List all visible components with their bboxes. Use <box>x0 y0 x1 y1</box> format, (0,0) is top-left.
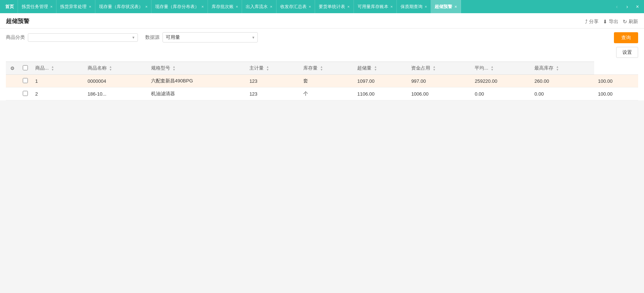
header-actions: ⤴ 分享 ⬇ 导出 ↻ 刷新 <box>585 18 638 25</box>
col-spec[interactable]: 规格型号 ▲▼ <box>147 62 246 75</box>
nav-arrows: ‹ › × <box>612 0 643 13</box>
table-header-row: ⚙ 商品... ▲▼ 商品名称 ▲▼ 规格型号 ▲▼ <box>6 62 638 75</box>
export-button[interactable]: ⬇ 导出 <box>603 18 618 25</box>
refresh-label: 刷新 <box>629 18 638 25</box>
nav-tab-available-ledger[interactable]: 可用量库存账本 × <box>354 0 397 13</box>
nav-tab-order-stats[interactable]: 要货单统计表 × <box>315 0 354 13</box>
col-capital[interactable]: 资金占用 ▲▼ <box>407 62 471 75</box>
col-unit[interactable]: 主计量 ▲▼ <box>246 62 300 75</box>
cell-product-code-1: 186-10... <box>84 88 147 100</box>
data-source-select-text: 可用量 <box>166 34 180 41</box>
data-source-select[interactable]: 可用量 ▾ <box>162 32 258 42</box>
filter-action-buttons: 查询 设置 <box>614 32 638 58</box>
nav-tab-exception-close[interactable]: × <box>89 4 91 9</box>
nav-tab-batch-account-close[interactable]: × <box>236 4 238 9</box>
nav-tab-overstock-alert[interactable]: 超储预警 × <box>431 0 461 13</box>
select-all-checkbox[interactable] <box>23 65 28 70</box>
sort-icon-avg: ▲▼ <box>491 66 494 71</box>
sort-icon-product-name: ▲▼ <box>109 66 112 71</box>
nav-tab-inventory-dist-close[interactable]: × <box>201 4 204 9</box>
col-product-code[interactable]: 商品... ▲▼ <box>32 62 84 75</box>
nav-tab-home[interactable]: 首页 <box>1 0 18 13</box>
page-content: 超储预警 ⤴ 分享 ⬇ 导出 ↻ 刷新 商品分类 ▾ <box>0 13 644 100</box>
nav-tab-receive-summary[interactable]: 收发存汇总表 × <box>277 0 315 13</box>
cell-avg-0: 260.00 <box>531 75 594 88</box>
cell-capital-1: 0.00 <box>471 88 531 100</box>
product-category-select[interactable]: ▾ <box>28 33 138 42</box>
gear-icon[interactable]: ⚙ <box>10 66 15 71</box>
nav-tab-shelf-life-close[interactable]: × <box>425 4 427 9</box>
nav-tab-inout-flow-close[interactable]: × <box>270 4 272 9</box>
col-inventory-label: 库存量 <box>303 65 318 71</box>
nav-tab-available-ledger-close[interactable]: × <box>391 4 393 9</box>
product-category-label: 商品分类 <box>6 34 25 41</box>
cell-product-code-0: 0000004 <box>84 75 147 88</box>
cell-spec-0: 123 <box>246 75 300 88</box>
nav-tab-overstock-alert-close[interactable]: × <box>454 4 457 9</box>
cell-max-inventory-0: 100.00 <box>594 75 638 88</box>
product-category-chevron-icon: ▾ <box>132 35 135 40</box>
sort-icon-overstock: ▲▼ <box>374 66 377 71</box>
nav-tab-shelf-life[interactable]: 保质期查询 × <box>397 0 431 13</box>
nav-tab-inout-flow-label: 出入库流水 <box>246 4 268 10</box>
col-inventory[interactable]: 库存量 ▲▼ <box>300 62 354 75</box>
nav-tab-inventory-status-close[interactable]: × <box>145 4 147 9</box>
cell-unit-0: 套 <box>300 75 354 88</box>
sort-icon-capital: ▲▼ <box>433 66 436 71</box>
nav-tab-batch-account[interactable]: 库存批次账 × <box>208 0 242 13</box>
sort-icon-product-code: ▲▼ <box>51 66 54 71</box>
row-checkbox-0[interactable] <box>19 75 32 88</box>
product-category-filter: 商品分类 ▾ <box>6 33 138 42</box>
nav-tab-receive-summary-label: 收发存汇总表 <box>280 4 307 10</box>
page-header: 超储预警 ⤴ 分享 ⬇ 导出 ↻ 刷新 <box>0 13 644 29</box>
table-container: ⚙ 商品... ▲▼ 商品名称 ▲▼ 规格型号 ▲▼ <box>0 62 644 100</box>
col-max-inventory-label: 最高库存 <box>534 65 553 71</box>
cell-row-num-1: 2 <box>32 88 84 100</box>
col-product-code-label: 商品... <box>35 65 49 71</box>
nav-next-button[interactable]: › <box>622 0 632 13</box>
row-checkbox-1[interactable] <box>19 88 32 100</box>
nav-tab-exception[interactable]: 拣货异常处理 × <box>56 0 95 13</box>
nav-tab-task-mgmt-close[interactable]: × <box>50 4 52 9</box>
settings-button[interactable]: 设置 <box>616 47 638 58</box>
query-button[interactable]: 查询 <box>614 32 638 43</box>
sort-icon-inventory: ▲▼ <box>320 66 323 71</box>
sort-icon-max-inventory: ▲▼ <box>556 66 559 71</box>
page-title: 超储预警 <box>6 18 29 25</box>
nav-tab-home-label: 首页 <box>5 4 14 10</box>
col-spec-label: 规格型号 <box>151 65 170 71</box>
cell-capital-0: 259220.00 <box>471 75 531 88</box>
nav-tab-task-mgmt[interactable]: 拣货任务管理 × <box>18 0 56 13</box>
col-overstock[interactable]: 超储量 ▲▼ <box>354 62 407 75</box>
cell-overstock-0: 997.00 <box>407 75 471 88</box>
row-select-checkbox-1[interactable] <box>23 91 28 96</box>
nav-tab-inout-flow[interactable]: 出入库流水 × <box>242 0 276 13</box>
table-row: 1 0000004 六配套新昌490BPG 123 套 1097.00 997.… <box>6 75 638 88</box>
row-gear-0 <box>6 75 19 88</box>
col-product-name[interactable]: 商品名称 ▲▼ <box>84 62 147 75</box>
data-source-label: 数据源 <box>145 34 160 41</box>
nav-tab-receive-summary-close[interactable]: × <box>309 4 311 9</box>
cell-row-num-0: 1 <box>32 75 84 88</box>
cell-overstock-1: 1006.00 <box>407 88 471 100</box>
nav-tab-shelf-life-label: 保质期查询 <box>400 4 422 10</box>
refresh-icon: ↻ <box>623 19 627 25</box>
share-button[interactable]: ⤴ 分享 <box>585 18 599 25</box>
nav-tab-inventory-status-label: 现存量（库存状况表） <box>99 4 143 10</box>
col-avg[interactable]: 平均... ▲▼ <box>471 62 531 75</box>
nav-close-button[interactable]: × <box>632 0 643 13</box>
col-checkbox-header <box>19 62 32 75</box>
nav-tab-inventory-dist[interactable]: 现存量（库存分布表） × <box>151 0 208 13</box>
nav-tab-order-stats-close[interactable]: × <box>347 4 350 9</box>
nav-tab-inventory-status[interactable]: 现存量（库存状况表） × <box>95 0 151 13</box>
sort-icon-unit: ▲▼ <box>266 66 269 71</box>
cell-product-name-1: 机油滤清器 <box>147 88 246 100</box>
nav-tab-inventory-dist-label: 现存量（库存分布表） <box>155 4 199 10</box>
nav-tab-batch-account-label: 库存批次账 <box>212 4 234 10</box>
refresh-button[interactable]: ↻ 刷新 <box>623 18 638 25</box>
col-max-inventory[interactable]: 最高库存 ▲▼ <box>531 62 594 75</box>
export-label: 导出 <box>609 18 618 25</box>
nav-tab-overstock-alert-label: 超储预警 <box>435 4 452 10</box>
nav-prev-button[interactable]: ‹ <box>612 0 622 13</box>
row-select-checkbox-0[interactable] <box>23 78 28 83</box>
